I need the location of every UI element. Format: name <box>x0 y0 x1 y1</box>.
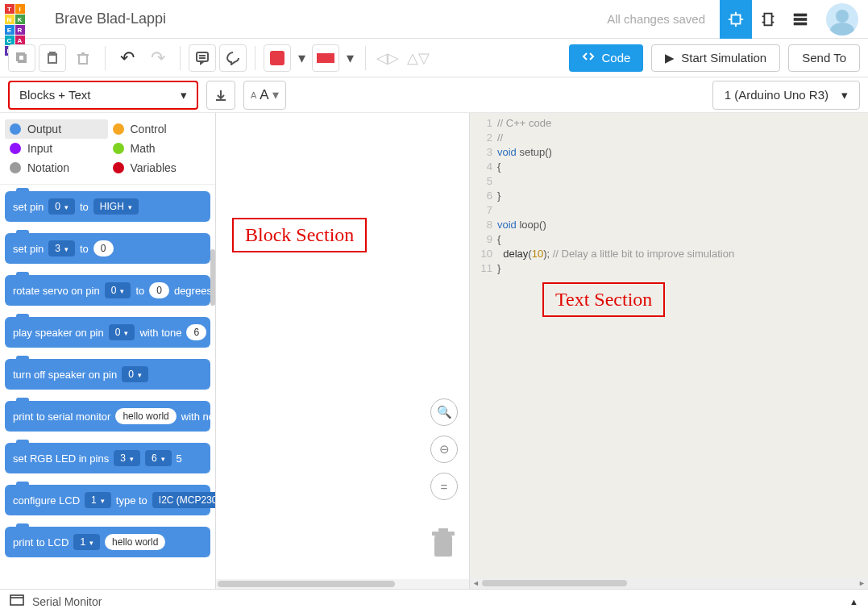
palette-scrollbar[interactable] <box>210 249 215 306</box>
palette-block[interactable]: set RGB LED in pins365 <box>5 443 210 473</box>
code-button[interactable]: Code <box>569 44 643 72</box>
code-pane: 1234567891011 // C++ code // void setup(… <box>470 113 868 589</box>
app-header: TINKERCAD Brave Blad-Lappi All changes s… <box>0 0 868 39</box>
block-section-annotation: Block Section <box>232 218 367 252</box>
palette-block[interactable]: print to serial monitorhello worldwith n… <box>5 401 210 432</box>
tinkercad-logo[interactable]: TINKERCAD <box>0 0 39 39</box>
block-categories: OutputControlInputMathNotationVariables <box>0 113 215 185</box>
start-simulation-button[interactable]: ▶ Start Simulation <box>651 44 780 72</box>
chevron-down-icon: ▾ <box>181 88 187 102</box>
project-name[interactable]: Brave Blad-Lappi <box>55 10 166 27</box>
palette-block[interactable]: configure LCD1type toI2C (MCP23008) <box>5 485 210 515</box>
block-palette: OutputControlInputMathNotationVariables … <box>0 113 216 589</box>
delete-button[interactable] <box>69 44 97 72</box>
workspace-scrollbar-h[interactable] <box>216 579 469 589</box>
palette-block[interactable]: play speaker on pin0with tone6 <box>5 317 210 348</box>
view-mode-label: Blocks + Text <box>19 88 91 102</box>
text-size-control[interactable]: A A ▾ <box>243 81 286 110</box>
zoom-out-button[interactable]: ⊖ <box>430 436 458 463</box>
view-mode-dropdown[interactable]: Blocks + Text ▾ <box>8 81 198 110</box>
category-label: Control <box>131 123 167 136</box>
expand-footer-icon[interactable]: ▲ <box>849 597 858 607</box>
text-size-small-icon: A <box>251 90 256 100</box>
palette-block[interactable]: print to LCD1hello world <box>5 527 210 557</box>
main-toolbar: ↶ ↷ ▾ ▾ ◁▷ △▽ Code ▶ Start Simulation Se… <box>0 39 868 77</box>
category-label: Input <box>27 142 52 155</box>
category-color-dot <box>10 143 21 154</box>
copy-button[interactable] <box>8 44 35 72</box>
hide-notes-button[interactable] <box>219 44 247 72</box>
category-color-dot <box>10 123 21 135</box>
save-status: All changes saved <box>607 12 705 26</box>
block-list: set pin0toHIGHset pin3to0rotate servo on… <box>0 185 215 589</box>
svg-rect-10 <box>794 13 808 16</box>
svg-rect-0 <box>732 15 741 23</box>
chevron-down-icon: ▾ <box>272 87 279 102</box>
code-scrollbar-h[interactable] <box>470 578 868 589</box>
zoom-fit-button[interactable]: = <box>430 473 458 500</box>
wire-color-dropdown-icon[interactable]: ▾ <box>343 44 357 72</box>
code-icon <box>582 50 595 65</box>
category-control[interactable]: Control <box>108 119 211 139</box>
svg-rect-28 <box>10 595 23 605</box>
palette-block[interactable]: set pin3to0 <box>5 233 210 264</box>
footer: Serial Monitor ▲ <box>0 589 868 613</box>
trash-icon[interactable] <box>430 526 457 561</box>
code-button-label: Code <box>601 51 630 65</box>
svg-rect-11 <box>794 18 808 21</box>
svg-rect-25 <box>434 536 452 557</box>
zoom-in-button[interactable]: 🔍 <box>430 398 458 426</box>
svg-rect-5 <box>764 13 771 25</box>
text-section-annotation: Text Section <box>542 282 665 317</box>
svg-rect-27 <box>438 528 448 532</box>
send-to-button[interactable]: Send To <box>788 44 860 72</box>
palette-block[interactable]: set pin0toHIGH <box>5 191 210 222</box>
flip-v-button[interactable]: △▽ <box>405 44 432 72</box>
code-editor[interactable]: // C++ code // void setup() { } void loo… <box>497 116 868 578</box>
schematic-view-icon[interactable] <box>752 0 784 39</box>
palette-block[interactable]: turn off speaker on pin0 <box>5 359 210 390</box>
category-math[interactable]: Math <box>108 139 211 158</box>
main-split: OutputControlInputMathNotationVariables … <box>0 113 868 589</box>
redo-button[interactable]: ↷ <box>144 44 172 72</box>
svg-rect-26 <box>432 532 455 536</box>
category-label: Notation <box>27 161 69 174</box>
category-color-dot <box>10 162 21 173</box>
category-label: Variables <box>131 161 177 174</box>
chevron-down-icon: ▾ <box>841 88 848 102</box>
user-avatar[interactable] <box>826 3 858 35</box>
fill-color-dropdown-icon[interactable]: ▾ <box>294 44 309 72</box>
text-size-large-icon: A <box>260 87 268 103</box>
send-button-label: Send To <box>802 51 846 65</box>
paste-button[interactable] <box>39 44 66 72</box>
wire-color-button[interactable] <box>312 44 339 72</box>
svg-rect-17 <box>79 55 87 64</box>
category-label: Math <box>131 142 156 155</box>
code-gutter: 1234567891011 <box>470 116 497 578</box>
notes-button[interactable] <box>189 44 216 72</box>
palette-block[interactable]: rotate servo on pin0to0degrees <box>5 275 210 306</box>
board-dropdown[interactable]: 1 (Arduino Uno R3) ▾ <box>712 81 860 110</box>
category-notation[interactable]: Notation <box>5 158 108 177</box>
serial-monitor-label[interactable]: Serial Monitor <box>32 595 102 608</box>
fill-color-button[interactable] <box>264 44 291 72</box>
circuit-view-icon[interactable] <box>720 0 752 39</box>
serial-monitor-icon[interactable] <box>10 594 24 608</box>
play-icon: ▶ <box>665 51 675 65</box>
category-input[interactable]: Input <box>5 139 108 158</box>
category-variables[interactable]: Variables <box>108 158 211 177</box>
sim-button-label: Start Simulation <box>681 51 766 65</box>
undo-button[interactable]: ↶ <box>114 44 141 72</box>
download-code-button[interactable] <box>206 81 235 110</box>
editor-controls: Blocks + Text ▾ A A ▾ 1 (Arduino Uno R3)… <box>0 77 868 113</box>
board-label: 1 (Arduino Uno R3) <box>725 88 829 102</box>
components-list-icon[interactable] <box>784 0 816 39</box>
svg-rect-20 <box>197 52 208 61</box>
category-color-dot <box>113 143 124 154</box>
category-label: Output <box>27 123 61 136</box>
category-color-dot <box>113 123 124 135</box>
flip-h-button[interactable]: ◁▷ <box>374 44 401 72</box>
category-color-dot <box>113 162 124 173</box>
block-workspace[interactable]: Block Section 🔍 ⊖ = <box>216 113 470 589</box>
category-output[interactable]: Output <box>5 119 108 139</box>
